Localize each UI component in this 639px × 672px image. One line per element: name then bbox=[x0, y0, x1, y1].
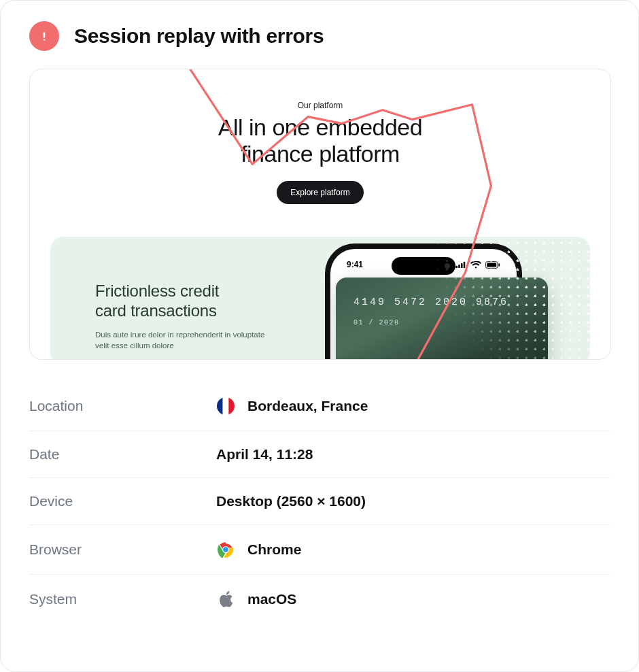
hero-headline: All in one embedded finance platform bbox=[30, 114, 610, 167]
chrome-icon bbox=[216, 540, 235, 559]
detail-label: Location bbox=[29, 398, 216, 414]
detail-row-system: System macOS bbox=[29, 575, 610, 624]
session-replay-card: Session replay with errors Our platform … bbox=[0, 0, 639, 672]
svg-rect-1 bbox=[44, 32, 46, 37]
detail-label: Browser bbox=[29, 541, 216, 558]
phone-status-icons bbox=[455, 260, 500, 269]
svg-rect-8 bbox=[487, 263, 496, 267]
detail-row-browser: Browser Chrome bbox=[29, 525, 610, 575]
hero-eyebrow: Our platform bbox=[30, 101, 610, 110]
detail-row-device: Device Desktop (2560 × 1600) bbox=[29, 478, 610, 525]
flag-france-icon bbox=[216, 397, 235, 416]
svg-rect-12 bbox=[223, 397, 229, 415]
error-icon bbox=[29, 21, 59, 51]
svg-rect-3 bbox=[456, 266, 458, 268]
credit-card-mockup: 4149 5472 2020 9876 01 / 2028 bbox=[336, 278, 548, 360]
detail-value: Desktop (2560 × 1600) bbox=[216, 493, 366, 509]
phone-time: 9:41 bbox=[347, 260, 363, 269]
feature-body: Duis aute irure dolor in reprehenderit i… bbox=[95, 329, 279, 352]
detail-label: Date bbox=[29, 446, 216, 463]
feature-panel: Frictionless credit card transactions Du… bbox=[50, 237, 590, 360]
battery-icon bbox=[485, 261, 500, 269]
svg-rect-9 bbox=[498, 263, 500, 266]
card-expiry: 01 / 2028 bbox=[353, 319, 530, 326]
explore-platform-button[interactable]: Explore platform bbox=[277, 181, 363, 204]
detail-value: April 14, 11:28 bbox=[216, 446, 313, 463]
phone-dynamic-island bbox=[392, 257, 455, 275]
feature-title: Frictionless credit card transactions bbox=[95, 282, 279, 321]
detail-label: Device bbox=[29, 493, 216, 509]
detail-row-location: Location Bordeaux, France bbox=[29, 382, 610, 431]
detail-value: Chrome bbox=[247, 541, 301, 558]
detail-value: macOS bbox=[247, 591, 296, 607]
signal-icon bbox=[455, 261, 466, 268]
card-title: Session replay with errors bbox=[74, 24, 324, 48]
svg-rect-6 bbox=[464, 262, 466, 268]
apple-icon bbox=[216, 590, 235, 609]
preview-hero: Our platform All in one embedded finance… bbox=[30, 69, 610, 237]
svg-point-16 bbox=[223, 547, 228, 552]
svg-rect-11 bbox=[217, 397, 223, 415]
detail-value: Bordeaux, France bbox=[247, 398, 368, 414]
svg-rect-4 bbox=[458, 265, 460, 268]
svg-rect-2 bbox=[44, 39, 46, 41]
svg-rect-5 bbox=[461, 263, 463, 268]
detail-row-date: Date April 14, 11:28 bbox=[29, 431, 610, 478]
card-header: Session replay with errors bbox=[1, 1, 638, 69]
session-details: Location Bordeaux, France Date April 14,… bbox=[29, 382, 610, 624]
detail-label: System bbox=[29, 591, 216, 607]
svg-rect-13 bbox=[228, 397, 235, 415]
wifi-icon bbox=[470, 261, 481, 269]
session-replay-preview[interactable]: Our platform All in one embedded finance… bbox=[29, 69, 611, 360]
card-number: 4149 5472 2020 9876 bbox=[353, 297, 530, 308]
